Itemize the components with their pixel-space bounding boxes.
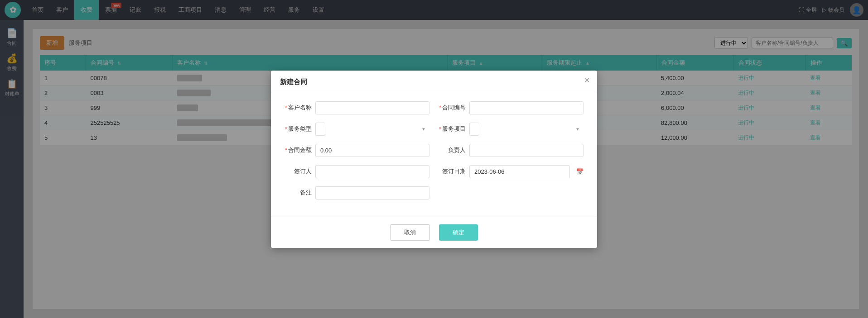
form-row-3: *合同金额 负责人 (285, 144, 583, 157)
form-group-service-item: *服务项目 ▼ (439, 123, 583, 136)
contract-amount-label: *合同金额 (285, 146, 312, 154)
customer-name-input[interactable] (315, 101, 429, 114)
form-group-amount: *合同金额 (285, 144, 429, 157)
sign-date-input[interactable] (469, 165, 570, 178)
service-type-label: *服务类型 (285, 125, 312, 133)
modal-header: 新建合同 (271, 71, 597, 92)
service-item-arrow-icon: ▼ (575, 127, 580, 132)
form-group-responsible: 负责人 (439, 144, 583, 157)
service-type-select[interactable] (315, 123, 325, 136)
form-group-signer: 签订人 (285, 165, 429, 178)
modal-close-btn[interactable]: ✕ (584, 76, 590, 85)
modal-title: 新建合同 (280, 78, 307, 85)
customer-name-label: *客户名称 (285, 104, 312, 112)
contract-amount-input[interactable] (315, 144, 429, 157)
new-contract-modal: 新建合同 ✕ *客户名称 *合同编号 (271, 71, 597, 248)
service-item-label: *服务项目 (439, 125, 466, 133)
contract-no-label: *合同编号 (439, 104, 466, 112)
remark-input[interactable] (315, 186, 429, 199)
form-group-contract-no: *合同编号 (439, 101, 583, 114)
responsible-person-label: 负责人 (439, 146, 466, 154)
service-item-select[interactable] (469, 123, 479, 136)
service-item-wrapper: ▼ (469, 123, 583, 136)
cancel-btn[interactable]: 取消 (390, 224, 430, 241)
signer-label: 签订人 (285, 167, 312, 176)
sign-date-label: 签订日期 (439, 167, 466, 176)
responsible-person-input[interactable] (469, 144, 583, 157)
modal-overlay[interactable]: 新建合同 ✕ *客户名称 *合同编号 (0, 0, 868, 318)
form-group-sign-date: 签订日期 📅 (439, 165, 583, 178)
form-row-2: *服务类型 ▼ *服务项目 ▼ (285, 123, 583, 136)
form-group-service-type: *服务类型 ▼ (285, 123, 429, 136)
service-type-arrow-icon: ▼ (421, 127, 426, 132)
form-group-customer: *客户名称 (285, 101, 429, 114)
signer-input[interactable] (315, 165, 429, 178)
form-group-remark: 备注 (285, 186, 429, 199)
contract-no-input[interactable] (469, 101, 583, 114)
confirm-btn[interactable]: 确定 (439, 224, 478, 241)
modal-footer: 取消 确定 (271, 217, 597, 248)
remark-label: 备注 (285, 189, 312, 197)
service-type-wrapper: ▼ (315, 123, 429, 136)
form-row-5: 备注 (285, 186, 583, 199)
calendar-icon[interactable]: 📅 (576, 168, 583, 175)
form-row-4: 签订人 签订日期 📅 (285, 165, 583, 178)
form-row-1: *客户名称 *合同编号 (285, 101, 583, 114)
modal-body: *客户名称 *合同编号 *服务类型 (271, 92, 597, 217)
